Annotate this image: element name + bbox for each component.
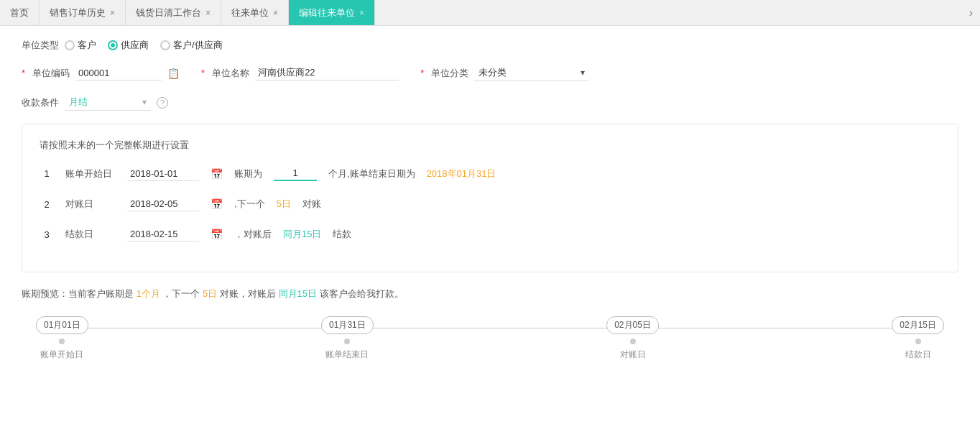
step-3-calendar-icon[interactable]: 📅 xyxy=(211,229,223,240)
step-1-date-input[interactable] xyxy=(127,167,199,181)
unit-code-input[interactable] xyxy=(75,66,162,80)
radio-customer[interactable]: 客户 xyxy=(65,39,96,52)
step-1-suffix: 个月,账单结束日期为 xyxy=(328,167,415,180)
step-2-number: 2 xyxy=(40,199,54,210)
step-1-label: 账单开始日 xyxy=(65,167,116,180)
preview-sep2: 对账，对账后 xyxy=(220,288,276,299)
unit-category-group: * 单位分类 未分类 ▾ xyxy=(420,65,589,81)
main-content: 单位类型 客户 供应商 客户/供应商 * 单位编码 xyxy=(0,26,980,437)
tab-cash-clearing-label: 钱货日清工作台 xyxy=(136,6,201,19)
timeline-badge-3: 02月05日 xyxy=(606,316,659,334)
timeline-point-1: 01月01日 账单开始日 xyxy=(36,316,88,361)
unit-category-arrow: ▾ xyxy=(581,68,585,78)
box-title: 请按照未来的一个完整帐期进行设置 xyxy=(40,139,940,152)
payment-terms-group: 收款条件 月结 ▾ ? xyxy=(22,94,168,111)
radio-customer-label: 客户 xyxy=(78,39,96,52)
radio-both-label: 客户/供应商 xyxy=(173,39,223,52)
tab-counterparty-close[interactable]: × xyxy=(273,8,278,18)
tab-edit-counterparty-label: 编辑往来单位 xyxy=(299,6,355,19)
preview-part3: 同月15日 xyxy=(279,288,317,299)
timeline-dot-4 xyxy=(915,339,921,344)
tab-sales-order-history-close[interactable]: × xyxy=(110,8,115,18)
unit-category-required: * xyxy=(420,68,424,78)
tab-sales-order-history[interactable]: 销售订单历史 × xyxy=(40,0,126,25)
step-3-date-input[interactable] xyxy=(127,227,199,242)
timeline-dot-1 xyxy=(59,339,65,344)
radio-supplier[interactable]: 供应商 xyxy=(108,39,149,52)
timeline-line xyxy=(36,328,944,328)
unit-name-required: * xyxy=(201,68,205,78)
step-1-month-input[interactable] xyxy=(274,166,317,181)
payment-terms-label: 收款条件 xyxy=(22,96,59,109)
unit-type-label: 单位类型 xyxy=(22,39,59,52)
payment-terms-row: 收款条件 月结 ▾ ? xyxy=(22,94,958,111)
preview-sep1: ，下一个 xyxy=(162,288,200,299)
step-2-date-input[interactable] xyxy=(127,197,199,211)
radio-supplier-circle[interactable] xyxy=(108,40,118,50)
timeline-spacer-1 xyxy=(88,339,321,339)
timeline-point-4: 02月15日 结款日 xyxy=(892,316,944,361)
unit-code-group: * 单位编码 📋 xyxy=(22,66,180,80)
timeline-label-3: 对账日 xyxy=(620,349,646,361)
unit-category-dropdown[interactable]: 未分类 ▾ xyxy=(474,65,589,81)
unit-type-row: 单位类型 客户 供应商 客户/供应商 xyxy=(22,39,958,52)
step-1-calendar-icon[interactable]: 📅 xyxy=(211,168,223,180)
unit-name-input[interactable] xyxy=(255,66,399,80)
unit-name-group: * 单位名称 xyxy=(201,66,399,80)
radio-both[interactable]: 客户/供应商 xyxy=(160,39,223,52)
tab-bar: 首页 销售订单历史 × 钱货日清工作台 × 往来单位 × 编辑往来单位 × › xyxy=(0,0,980,26)
step-2-row: 2 对账日 📅 ,下一个 5日 对账 xyxy=(40,197,940,211)
timeline-dot-2 xyxy=(344,339,350,344)
step-3-label: 结款日 xyxy=(65,228,116,241)
step-3-suffix: 结款 xyxy=(333,228,351,241)
tab-edit-counterparty-close[interactable]: × xyxy=(359,8,364,18)
timeline-track: 01月01日 账单开始日 01月31日 账单结束日 02月05日 对账日 xyxy=(36,316,944,361)
preview-prefix: 账期预览：当前客户账期是 xyxy=(22,288,134,299)
tab-home-label: 首页 xyxy=(10,6,29,19)
payment-terms-arrow: ▾ xyxy=(142,97,147,107)
step-2-suffix: 对账 xyxy=(302,198,321,211)
tab-home[interactable]: 首页 xyxy=(0,0,40,25)
payment-terms-dropdown[interactable]: 月结 ▾ xyxy=(65,94,151,111)
tab-cash-clearing[interactable]: 钱货日清工作台 × xyxy=(126,0,221,25)
unit-category-value: 未分类 xyxy=(479,66,575,79)
tab-more-button[interactable]: › xyxy=(962,6,980,19)
help-icon[interactable]: ? xyxy=(157,97,168,109)
timeline-badge-1: 01月01日 xyxy=(36,316,88,334)
radio-supplier-label: 供应商 xyxy=(121,39,149,52)
unit-name-label: 单位名称 xyxy=(212,67,249,80)
timeline-point-2: 01月31日 账单结束日 xyxy=(321,316,374,361)
timeline-container: 01月01日 账单开始日 01月31日 账单结束日 02月05日 对账日 xyxy=(22,316,958,361)
timeline-point-3: 02月05日 对账日 xyxy=(606,316,659,361)
unit-category-label: 单位分类 xyxy=(431,67,468,80)
tab-cash-clearing-close[interactable]: × xyxy=(205,8,211,18)
step-3-row: 3 结款日 📅 ，对账后 同月15日 结款 xyxy=(40,227,940,242)
timeline-badge-4: 02月15日 xyxy=(892,316,944,334)
tab-edit-counterparty[interactable]: 编辑往来单位 × xyxy=(289,0,375,25)
settings-box: 请按照未来的一个完整帐期进行设置 1 账单开始日 📅 账期为 个月,账单结束日期… xyxy=(22,124,958,272)
step-1-number: 1 xyxy=(40,168,54,179)
preview-section: 账期预览：当前客户账期是 1个月 ，下一个 5日 对账，对账后 同月15日 该客… xyxy=(22,285,958,361)
tab-counterparty-label: 往来单位 xyxy=(231,6,269,19)
step-1-end-date: 2018年01月31日 xyxy=(427,167,496,180)
payment-terms-value: 月结 xyxy=(69,96,137,109)
timeline-label-4: 结款日 xyxy=(905,349,931,361)
preview-text: 账期预览：当前客户账期是 1个月 ，下一个 5日 对账，对账后 同月15日 该客… xyxy=(22,285,958,302)
timeline-dot-3 xyxy=(630,339,636,344)
step-2-calendar-icon[interactable]: 📅 xyxy=(211,198,223,210)
radio-both-circle[interactable] xyxy=(160,40,170,50)
unit-code-icon[interactable]: 📋 xyxy=(167,68,180,79)
preview-part2: 5日 xyxy=(203,288,217,299)
step-3-prefix: ，对账后 xyxy=(234,228,272,241)
timeline-spacer-3 xyxy=(659,339,892,339)
tab-sales-order-history-label: 销售订单历史 xyxy=(50,6,106,19)
tab-counterparty[interactable]: 往来单位 × xyxy=(221,0,289,25)
step-1-row: 1 账单开始日 📅 账期为 个月,账单结束日期为 2018年01月31日 xyxy=(40,166,940,181)
unit-type-radio-group: 客户 供应商 客户/供应商 xyxy=(65,39,223,52)
unit-code-required: * xyxy=(22,68,25,78)
radio-customer-circle[interactable] xyxy=(65,40,75,50)
preview-suffix: 该客户会给我打款。 xyxy=(320,288,404,299)
timeline-label-1: 账单开始日 xyxy=(40,349,83,361)
timeline-badge-2: 01月31日 xyxy=(321,316,374,334)
unit-info-row: * 单位编码 📋 * 单位名称 * 单位分类 未分类 ▾ xyxy=(22,65,958,81)
